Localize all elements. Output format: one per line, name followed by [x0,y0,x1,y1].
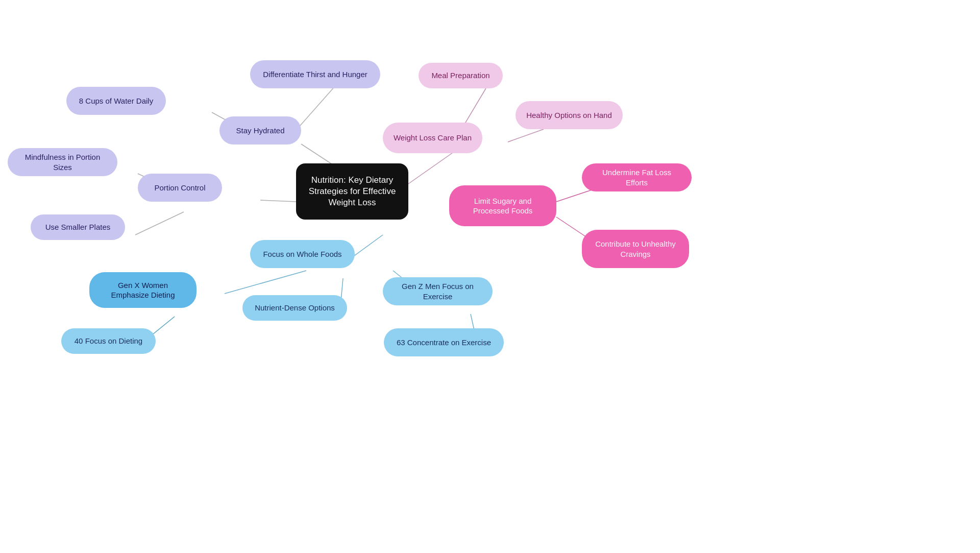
cups-water-node[interactable]: 8 Cups of Water Daily [66,87,166,115]
focus-whole-node[interactable]: Focus on Whole Foods [250,240,355,268]
differentiate-thirst-node[interactable]: Differentiate Thirst and Hunger [250,60,380,88]
focus-dieting-node[interactable]: 40 Focus on Dieting [61,328,156,354]
svg-line-6 [296,86,335,130]
gen-x-women-node[interactable]: Gen X Women Emphasize Dieting [89,272,197,308]
contribute-unhealthy-node[interactable]: Contribute to Unhealthy Cravings [582,230,689,268]
mindfulness-node[interactable]: Mindfulness in Portion Sizes [8,148,117,176]
weight-loss-care-node[interactable]: Weight Loss Care Plan [383,123,482,153]
center-node[interactable]: Nutrition: Key Dietary Strategies for Ef… [296,163,408,220]
healthy-options-node[interactable]: Healthy Options on Hand [516,101,623,129]
portion-control-node[interactable]: Portion Control [138,174,222,202]
meal-prep-node[interactable]: Meal Preparation [419,63,503,88]
smaller-plates-node[interactable]: Use Smaller Plates [31,214,125,240]
gen-z-men-node[interactable]: Gen Z Men Focus on Exercise [383,277,493,305]
svg-line-11 [556,189,595,202]
svg-line-10 [508,129,544,142]
mindmap-container: Nutrition: Key Dietary Strategies for Ef… [0,0,980,553]
svg-line-2 [408,149,458,184]
concentrate-exercise-node[interactable]: 63 Concentrate on Exercise [384,328,504,356]
svg-line-14 [225,271,306,294]
limit-sugary-node[interactable]: Limit Sugary and Processed Foods [449,185,556,226]
svg-line-8 [135,212,184,235]
undermine-fat-node[interactable]: Undermine Fat Loss Efforts [582,163,692,191]
nutrient-dense-node[interactable]: Nutrient-Dense Options [242,295,347,321]
stay-hydrated-node[interactable]: Stay Hydrated [219,116,301,145]
